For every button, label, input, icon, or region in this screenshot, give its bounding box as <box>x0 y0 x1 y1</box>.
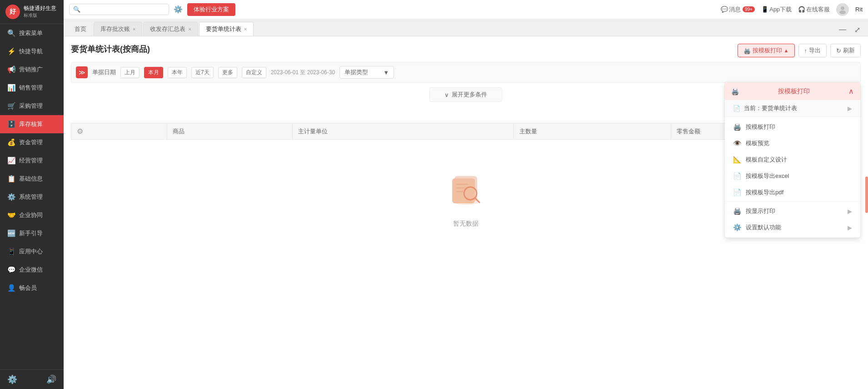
sidebar-item-guide[interactable]: 🆕 新手引导 <box>0 224 64 242</box>
avatar[interactable] <box>836 3 849 16</box>
display-print-icon: 🖨️ <box>733 207 741 215</box>
app-download-btn[interactable]: 📱 App下载 <box>761 5 792 14</box>
current-template-item[interactable]: 📄 当前：要货单统计表 ▶ <box>725 100 860 117</box>
tab-order-stats-close[interactable]: × <box>244 26 247 32</box>
speaker-footer-icon[interactable]: 🔊 <box>46 374 56 384</box>
window-minimize-btn[interactable]: — <box>836 23 849 36</box>
sidebar-item-member[interactable]: 👤 畅会员 <box>0 279 64 297</box>
gear-icon[interactable]: ⚙️ <box>174 5 183 14</box>
sidebar-item-shortcut[interactable]: ⚡ 快捷导航 <box>0 42 64 61</box>
template-preview-item[interactable]: 👁️ 模板预览 <box>725 135 860 152</box>
tab-receipt-summary[interactable]: 收发存汇总表 × <box>143 22 198 36</box>
sales-icon: 📊 <box>7 84 15 92</box>
sidebar-item-finance[interactable]: 💰 资金管理 <box>0 133 64 152</box>
gear-icon2[interactable]: ⚙ <box>77 127 83 135</box>
app-badge: 标准版 <box>24 12 56 19</box>
online-service-btn[interactable]: 🎧 在线客服 <box>798 5 830 14</box>
export-excel-item[interactable]: 📄 按模板导出excel <box>725 168 860 184</box>
main-content: 🔍 ⚙️ 体验行业方案 💬 消息 99+ 📱 App下载 🎧 在线客服 Rit <box>64 0 868 389</box>
sidebar-item-basic[interactable]: 📋 基础信息 <box>0 170 64 188</box>
type-select[interactable]: 单据类型 ▼ <box>339 66 394 79</box>
sidebar-label-system: 系统管理 <box>19 193 43 201</box>
purchase-icon: 🛒 <box>7 102 15 110</box>
sidebar-label-inventory: 库存核算 <box>19 120 43 128</box>
app-download-label: App下载 <box>769 5 792 14</box>
dropdown-divider1 <box>725 202 860 202</box>
sidebar-item-search[interactable]: 🔍 搜索菜单 <box>0 24 64 42</box>
dropdown-title: 按模板打印 <box>778 87 810 96</box>
export-excel-label: 按模板导出excel <box>746 172 789 180</box>
print-btn[interactable]: 🖨️ 按模板打印 ▲ <box>738 44 795 57</box>
basic-icon: 📋 <box>7 175 15 183</box>
sidebar-label-business: 经营管理 <box>19 157 43 165</box>
sidebar-nav: 🔍 搜索菜单 ⚡ 快捷导航 📢 营销推广 📊 销售管理 🛒 采购管理 🗄️ 库存… <box>0 24 64 369</box>
export-pdf-label: 按模板导出pdf <box>746 188 783 197</box>
window-maximize-btn[interactable]: ⤢ <box>851 23 863 36</box>
topbar-search-box[interactable]: 🔍 <box>69 4 169 15</box>
excel-icon: 📄 <box>733 172 741 180</box>
topbar: 🔍 ⚙️ 体验行业方案 💬 消息 99+ 📱 App下载 🎧 在线客服 Rit <box>64 0 868 19</box>
template-design-item[interactable]: 📐 模板自定义设计 <box>725 152 860 168</box>
topbar-search-icon: 🔍 <box>73 6 80 13</box>
marketing-icon: 📢 <box>7 66 15 74</box>
settings-footer-icon[interactable]: ⚙️ <box>7 374 17 384</box>
tab-order-stats[interactable]: 要货单统计表 × <box>199 22 254 36</box>
sidebar-item-system[interactable]: ⚙️ 系统管理 <box>0 188 64 206</box>
right-scrollbar[interactable] <box>865 177 868 213</box>
industry-btn[interactable]: 体验行业方案 <box>187 3 235 16</box>
sidebar-item-purchase[interactable]: 🛒 采购管理 <box>0 97 64 115</box>
dropdown-header: 🖨️ 按模板打印 ∧ <box>725 82 860 100</box>
tab-receipt-summary-label: 收发存汇总表 <box>150 25 185 33</box>
online-service-label: 在线客服 <box>806 5 830 14</box>
sidebar-footer: ⚙️ 🔊 <box>0 369 64 389</box>
display-print-label: 按显示打印 <box>746 207 775 215</box>
date-btn-this-year[interactable]: 本年 <box>168 67 187 78</box>
sidebar-item-inventory[interactable]: 🗄️ 库存核算 <box>0 115 64 133</box>
topbar-right: 💬 消息 99+ 📱 App下载 🎧 在线客服 Rit <box>721 3 863 16</box>
messages-btn[interactable]: 💬 消息 99+ <box>721 5 755 14</box>
printer-icon2: 🖨️ <box>731 88 739 95</box>
sidebar-label-guide: 新手引导 <box>19 229 43 237</box>
tab-home-label: 首页 <box>75 25 86 33</box>
sidebar-item-business[interactable]: 📈 经营管理 <box>0 152 64 170</box>
template-preview-label: 模板预览 <box>746 139 769 147</box>
chevron-right-icon2: ▶ <box>848 208 852 215</box>
empty-illustration <box>443 167 489 212</box>
page-toolbar: 🖨️ 按模板打印 ▲ ↑ 导出 ↻ 刷新 <box>738 44 861 57</box>
template-print-label: 按模板打印 <box>746 123 775 131</box>
date-btn-7days[interactable]: 近7天 <box>191 67 214 78</box>
table-header-gear[interactable]: ⚙ <box>71 123 167 140</box>
sidebar-label-basic: 基础信息 <box>19 175 43 183</box>
refresh-btn[interactable]: ↻ 刷新 <box>830 44 861 57</box>
date-btn-this-month[interactable]: 本月 <box>144 67 163 78</box>
printer-icon: 🖨️ <box>743 47 751 54</box>
tab-home[interactable]: 首页 <box>68 22 93 36</box>
display-print-item[interactable]: 🖨️ 按显示打印 ▶ <box>725 203 860 219</box>
sidebar-label-marketing: 营销推广 <box>19 66 43 74</box>
template-print-item[interactable]: 🖨️ 按模板打印 <box>725 119 860 135</box>
filter-expand-btn[interactable]: ≫ <box>76 66 88 78</box>
sidebar-label-member: 畅会员 <box>19 284 37 292</box>
tab-receipt-summary-close[interactable]: × <box>188 26 191 32</box>
sidebar-item-sales[interactable]: 📊 销售管理 <box>0 79 64 97</box>
sidebar-item-apps[interactable]: 📱 应用中心 <box>0 242 64 261</box>
export-pdf-item[interactable]: 📄 按模板导出pdf <box>725 184 860 201</box>
sidebar-item-marketing[interactable]: 📢 营销推广 <box>0 61 64 79</box>
sidebar-label-collab: 企业协同 <box>19 211 43 219</box>
svg-point-1 <box>839 10 846 14</box>
tab-inventory-batch[interactable]: 库存批次账 × <box>94 22 142 36</box>
member-icon: 👤 <box>7 284 15 292</box>
export-btn[interactable]: ↑ 导出 <box>798 44 827 57</box>
date-btn-last-month[interactable]: 上月 <box>120 67 140 78</box>
date-btn-more[interactable]: 更多 <box>218 67 237 78</box>
default-fn-item[interactable]: ⚙️ 设置默认功能 ▶ <box>725 219 860 236</box>
sidebar-label-finance: 资金管理 <box>19 138 43 147</box>
tab-inventory-batch-close[interactable]: × <box>133 26 135 32</box>
dropdown-close-btn[interactable]: ∧ <box>848 87 854 96</box>
sidebar-item-collab[interactable]: 🤝 企业协同 <box>0 206 64 224</box>
date-btn-custom[interactable]: 自定义 <box>242 67 266 78</box>
dropdown-panel: 🖨️ 按模板打印 ∧ 📄 当前：要货单统计表 ▶ 🖨️ 按模板打印 👁️ <box>724 82 861 238</box>
sidebar-label-wechat: 企业微信 <box>19 266 43 274</box>
expand-more-btn[interactable]: ∨ 展开更多条件 <box>429 87 502 102</box>
sidebar-item-wechat[interactable]: 💬 企业微信 <box>0 261 64 279</box>
